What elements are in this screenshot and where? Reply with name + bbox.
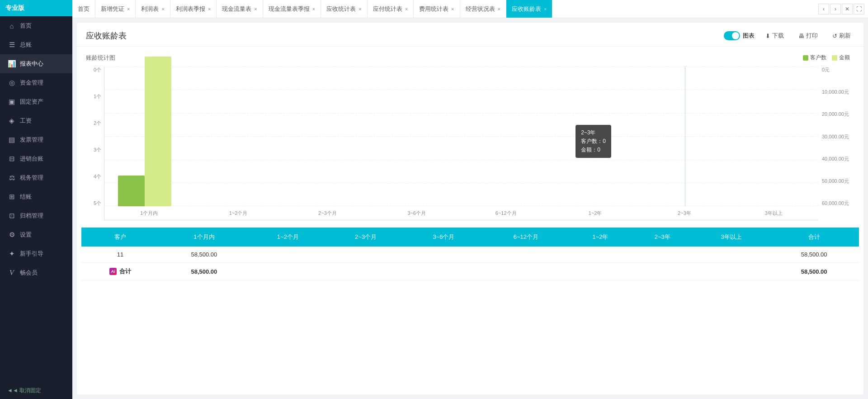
print-button[interactable]: 🖶 打印: [795, 30, 821, 42]
app-logo: 专业版: [0, 0, 72, 16]
sidebar-item-funds[interactable]: ◎ 资金管理: [0, 73, 72, 92]
col-2-3y: 2~3年: [632, 228, 693, 247]
sidebar-item-home[interactable]: ⌂ 首页: [0, 16, 72, 35]
tab-profit-close[interactable]: ×: [161, 6, 164, 12]
sidebar-item-guide[interactable]: ✦ 新手引导: [0, 244, 72, 263]
tab-aging-close[interactable]: ×: [544, 6, 547, 12]
tab-receivable-stats-label: 应收统计表: [326, 5, 356, 13]
tax-icon: ⚖: [7, 174, 16, 182]
x-axis: 1个月内 1~2个月 2~3个月 3~6个月 6~12个月 1~2年 2~3年 …: [104, 206, 818, 220]
sidebar-item-settings[interactable]: ⚙ 设置: [0, 225, 72, 244]
tab-new-voucher-close[interactable]: ×: [127, 6, 130, 12]
sidebar-item-close[interactable]: ⊞ 结账: [0, 187, 72, 206]
legend-amount: 金额: [832, 54, 850, 62]
table-total-row: Ai 合计 58,500.00 58,500.00: [81, 263, 859, 280]
chart-legend: 客户数 金额: [803, 54, 850, 62]
archive-icon: ⊡: [7, 212, 16, 220]
tab-expense-stats-close[interactable]: ×: [451, 6, 454, 12]
sidebar-toggle-pin[interactable]: ◄◄ 取消固定: [0, 382, 72, 399]
total-total: 58,500.00: [769, 263, 859, 280]
x-label-1-2y: 1~2年: [551, 206, 640, 220]
refresh-label: 刷新: [839, 32, 851, 40]
sidebar-item-archive[interactable]: ⊡ 归档管理: [0, 206, 72, 225]
sidebar-item-assets[interactable]: ▣ 固定资产: [0, 92, 72, 111]
tab-payable-stats-label: 应付统计表: [373, 5, 402, 13]
tab-profit-label: 利润表: [141, 5, 159, 13]
sidebar-item-payroll[interactable]: ◈ 工资: [0, 111, 72, 130]
x-label-6-12m: 6~12个月: [462, 206, 551, 220]
cell-total: 58,500.00: [769, 247, 859, 263]
chart-toggle[interactable]: 图表: [724, 31, 755, 40]
payroll-icon: ◈: [7, 117, 16, 125]
tab-aging-label: 应收账龄表: [512, 5, 541, 13]
tab-expense-stats[interactable]: 费用统计表 ×: [414, 0, 460, 18]
total-2-3m: [327, 263, 405, 280]
page-content: 应收账龄表 图表 ⬇ 下载 🖶 打印 ↺ 刷新: [77, 23, 863, 394]
chart-wrapper: 5个 4个 3个 2个 1个 0个: [86, 66, 854, 220]
tab-prev-btn[interactable]: ‹: [818, 4, 829, 14]
print-label: 打印: [806, 32, 818, 40]
tab-navigation: ‹ › ✕ ⛶: [815, 4, 868, 14]
cell-3-6m: [405, 247, 482, 263]
total-icon: Ai: [109, 268, 117, 275]
total-3y-plus: [693, 263, 769, 280]
tab-cashflow-quarterly[interactable]: 现金流量表季报 ×: [263, 0, 321, 18]
download-button[interactable]: ⬇ 下载: [762, 30, 788, 42]
sidebar-item-ledger[interactable]: ☰ 总账: [0, 35, 72, 54]
cell-6-12m: [483, 247, 570, 263]
y-left-label-3: 3个: [86, 147, 101, 153]
tab-payable-stats[interactable]: 应付统计表 ×: [368, 0, 414, 18]
tab-cashflow-close[interactable]: ×: [254, 6, 257, 12]
col-total: 合计: [769, 228, 859, 247]
col-3y-plus: 3年以上: [693, 228, 769, 247]
y-left-label-4: 4个: [86, 173, 101, 180]
tab-close-btn[interactable]: ✕: [842, 4, 853, 14]
legend-amount-dot: [832, 55, 837, 61]
guide-icon: ✦: [7, 250, 16, 258]
sidebar-item-tax[interactable]: ⚖ 税务管理: [0, 168, 72, 187]
sidebar-item-invoice[interactable]: ▤ 发票管理: [0, 130, 72, 149]
sidebar-label-member: 畅会员: [20, 269, 38, 277]
legend-customers-label: 客户数: [810, 54, 826, 62]
tab-expand-btn[interactable]: ⛶: [854, 4, 864, 14]
total-3-6m: [405, 263, 482, 280]
tab-cashflow[interactable]: 现金流量表 ×: [217, 0, 263, 18]
tab-next-btn[interactable]: ›: [830, 4, 841, 14]
refresh-button[interactable]: ↺ 刷新: [829, 30, 854, 42]
x-label-1m: 1个月内: [104, 206, 193, 220]
total-label-cell: Ai 合计: [81, 263, 159, 280]
tab-receivable-stats-close[interactable]: ×: [359, 6, 361, 12]
sidebar-item-reports[interactable]: 📊 报表中心: [0, 54, 72, 73]
tab-aging[interactable]: 应收账龄表 ×: [506, 0, 552, 18]
data-table: 客户 1个月内 1~2个月 2~3个月 3~6个月 6~12个月 1~2年 2~…: [81, 228, 859, 280]
col-1-2y: 1~2年: [569, 228, 631, 247]
col-2-3m: 2~3个月: [327, 228, 405, 247]
close-accounts-icon: ⊞: [7, 193, 16, 201]
tab-profit-quarterly[interactable]: 利润表季报 ×: [170, 0, 217, 18]
tab-cashflow-quarterly-close[interactable]: ×: [312, 6, 315, 12]
toggle-track[interactable]: [724, 31, 740, 40]
tab-home-label: 首页: [78, 5, 90, 13]
chart-grid: [104, 66, 818, 206]
cell-customer: 11: [81, 247, 159, 263]
tab-cashflow-quarterly-label: 现金流量表季报: [269, 5, 310, 13]
col-6-12m: 6~12个月: [483, 228, 570, 247]
total-1-2y: [569, 263, 631, 280]
sidebar-item-member[interactable]: V 畅会员: [0, 263, 72, 282]
tab-new-voucher[interactable]: 新增凭证 ×: [95, 0, 136, 18]
tab-home[interactable]: 首页: [72, 0, 95, 18]
home-icon: ⌂: [7, 22, 16, 30]
tab-profit[interactable]: 利润表 ×: [136, 0, 170, 18]
tab-operations-close[interactable]: ×: [498, 6, 500, 12]
sidebar-label-home: 首页: [20, 22, 32, 30]
print-icon: 🖶: [798, 33, 804, 39]
sidebar-item-inventory[interactable]: ⊟ 进销台账: [0, 149, 72, 168]
tab-receivable-stats[interactable]: 应收统计表 ×: [321, 0, 367, 18]
tab-profit-quarterly-close[interactable]: ×: [208, 6, 211, 12]
settings-icon: ⚙: [7, 231, 16, 239]
tab-operations[interactable]: 经营状况表 ×: [460, 0, 506, 18]
chart-section: 账龄统计图 客户数 金额 5个 4个 3个 2个 1个: [77, 47, 863, 228]
tab-payable-stats-close[interactable]: ×: [405, 6, 408, 12]
table-row: 11 58,500.00 58,500.00: [81, 247, 859, 263]
total-1m: 58,500.00: [159, 263, 249, 280]
